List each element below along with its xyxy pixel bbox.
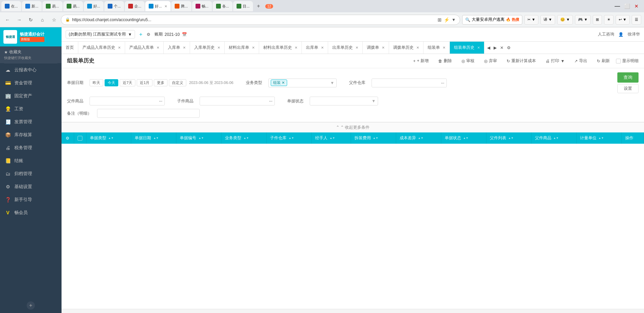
close-tab-fgi-history[interactable]: ✕ bbox=[118, 46, 121, 49]
emoji-btn[interactable]: 😊 ▼ bbox=[557, 15, 573, 25]
user-avatar[interactable]: 👤 bbox=[618, 32, 623, 37]
address-bar-dropdown-icon[interactable]: ▼ bbox=[452, 17, 456, 22]
column-header-checkbox[interactable] bbox=[74, 132, 86, 144]
last7days-btn[interactable]: 近7天 bbox=[120, 79, 135, 86]
company-settings-icon[interactable]: ⚙ bbox=[147, 32, 150, 37]
browser-tab-11[interactable]: 各... bbox=[213, 1, 232, 11]
sort-bill-status[interactable]: ▲▼ bbox=[463, 137, 469, 140]
browser-tab-7[interactable]: 企... bbox=[125, 1, 145, 11]
tab-stock-in[interactable]: 入库单 ✕ bbox=[164, 42, 190, 54]
sort-bill-type[interactable]: ▲▼ bbox=[108, 137, 114, 140]
translate-btn[interactable]: 译 ▼ bbox=[540, 15, 555, 25]
parent-goods-dots[interactable]: ··· bbox=[159, 99, 162, 103]
close-tab-fgi[interactable]: ✕ bbox=[157, 46, 159, 49]
column-header-settings[interactable]: ⚙ bbox=[62, 132, 74, 144]
parent-goods-input[interactable]: ··· bbox=[90, 97, 165, 105]
parent-warehouse-dots[interactable]: ··· bbox=[441, 81, 444, 85]
child-goods-input[interactable]: ··· bbox=[200, 97, 275, 105]
table-settings-icon[interactable]: ⚙ bbox=[65, 136, 70, 141]
last1month-btn[interactable]: 近1月 bbox=[137, 79, 152, 86]
cut-tool-btn[interactable]: ✂ ▼ bbox=[524, 15, 538, 25]
close-tab-transfer-history[interactable]: ✕ bbox=[416, 46, 419, 49]
close-tab-assemble-history[interactable]: ✕ bbox=[477, 46, 480, 49]
remark-input[interactable] bbox=[97, 109, 200, 118]
audit-button[interactable]: ◎ 审核 bbox=[458, 57, 478, 65]
close-tab-material-out-history[interactable]: ✕ bbox=[295, 46, 297, 49]
tab-scroll-left[interactable]: ◀ bbox=[486, 45, 492, 51]
forward-button[interactable]: → bbox=[14, 15, 24, 25]
new-tab-button[interactable]: + bbox=[254, 1, 263, 11]
tab-assemble[interactable]: 组装单 ✕ bbox=[424, 42, 450, 54]
close-tab-transfer[interactable]: ✕ bbox=[382, 46, 385, 49]
add-company-btn[interactable]: + bbox=[139, 31, 142, 38]
sidebar-item-fixed-assets[interactable]: 🏢 固定资产 bbox=[0, 89, 62, 102]
sidebar-item-tax[interactable]: 🖨 税务管理 bbox=[0, 141, 62, 154]
reload-button[interactable]: ↻ bbox=[26, 15, 36, 25]
sidebar-item-vip[interactable]: V 畅会员 bbox=[0, 206, 62, 219]
sidebar-brand[interactable]: 畅捷通 畅捷通好会计 旗舰版 bbox=[0, 27, 62, 46]
sort-bill-date[interactable]: ▲▼ bbox=[153, 137, 159, 140]
sidebar-item-funds[interactable]: 💳 资金管理 bbox=[0, 76, 62, 89]
display-detail-checkbox[interactable] bbox=[616, 59, 621, 63]
browser-tab-4[interactable]: 易... bbox=[63, 1, 83, 11]
tab-close-8[interactable]: ✕ bbox=[164, 4, 167, 8]
tab-assemble-history[interactable]: 组装单历史 ✕ bbox=[450, 42, 484, 54]
refresh-button[interactable]: ↻ 刷新 bbox=[593, 57, 613, 65]
export-button[interactable]: ↗ 导出 bbox=[571, 57, 591, 65]
minimize-button[interactable]: — bbox=[614, 3, 621, 10]
close-tab-assemble[interactable]: ✕ bbox=[443, 46, 445, 49]
business-type-input[interactable]: 组装 ✕ ▼ bbox=[268, 79, 337, 87]
sidebar-item-cloud-reports[interactable]: ☁ 云报表中心 bbox=[0, 63, 62, 76]
back-button[interactable]: ← bbox=[3, 15, 12, 25]
tab-settings-icon[interactable]: ⚙ bbox=[506, 45, 512, 51]
tab-finished-goods-in-history[interactable]: 产成品入库单历史 ✕ bbox=[78, 42, 125, 54]
address-bar-flash-icon[interactable]: ⚡ bbox=[444, 17, 450, 23]
add-icon[interactable]: + bbox=[27, 301, 35, 310]
close-tab-stock-out-history[interactable]: ✕ bbox=[355, 46, 358, 49]
sidebar-item-guide[interactable]: ❓ 新手引导 bbox=[0, 193, 62, 206]
sun-btn[interactable]: ☀ bbox=[604, 15, 614, 25]
tab-home[interactable]: 首页 bbox=[62, 42, 78, 54]
abandon-audit-button[interactable]: ◎ 弃审 bbox=[481, 57, 500, 65]
display-detail-toggle[interactable]: 显示明细 bbox=[616, 58, 639, 64]
print-button[interactable]: 🖨 打印 ▼ bbox=[542, 57, 568, 65]
query-button[interactable]: 查询 bbox=[617, 72, 639, 83]
parent-warehouse-input[interactable]: ··· bbox=[372, 79, 447, 87]
table-select-all-checkbox[interactable] bbox=[78, 136, 82, 141]
sort-bill-no[interactable]: ▲▼ bbox=[198, 137, 204, 140]
help-link[interactable]: 人工咨询 bbox=[598, 31, 614, 37]
tab-material-out[interactable]: 材料出库单 ✕ bbox=[225, 42, 259, 54]
home-button[interactable]: ⌂ bbox=[38, 15, 47, 25]
recalculate-button[interactable]: ↻ 重新计算成本 bbox=[503, 57, 539, 65]
sort-handler[interactable]: ▲▼ bbox=[330, 137, 335, 140]
tab-stock-out[interactable]: 出库单 ✕ bbox=[302, 42, 328, 54]
sidebar-item-archive[interactable]: 🗂 归档管理 bbox=[0, 167, 62, 180]
address-bar-apps-icon[interactable]: ⊞ bbox=[438, 17, 442, 23]
close-tab-stock-in-history[interactable]: ✕ bbox=[217, 46, 220, 49]
game-btn[interactable]: 🎮 ▼ bbox=[575, 15, 591, 25]
tab-transfer[interactable]: 调拨单 ✕ bbox=[363, 42, 389, 54]
undo-btn[interactable]: ↩ ▼ bbox=[616, 15, 630, 25]
close-tab-material-out[interactable]: ✕ bbox=[252, 46, 255, 49]
address-bar[interactable]: 🔒 https://cloud.chanjet.com/accounting/u… bbox=[61, 15, 460, 25]
delete-button[interactable]: 🗑 删除 bbox=[435, 57, 455, 65]
sidebar-item-settings[interactable]: ⚙ 基础设置 bbox=[0, 180, 62, 193]
bottom-scrollbar-area[interactable] bbox=[62, 309, 644, 313]
browser-tab-6[interactable]: 个... bbox=[104, 1, 124, 11]
tab-stock-in-history[interactable]: 入库单历史 ✕ bbox=[190, 42, 225, 54]
sidebar-item-invoices[interactable]: 🧾 发票管理 bbox=[0, 115, 62, 128]
browser-search-bar[interactable]: 🔍 大量安卓用户逃离 🔥 热搜 bbox=[462, 15, 522, 25]
collapse-bar[interactable]: ⌃ ⌃ 收起更多条件 bbox=[62, 122, 644, 132]
browser-tab-3[interactable]: 易... bbox=[42, 1, 62, 11]
more-date-btn[interactable]: 更多 bbox=[154, 79, 167, 86]
sort-business-type[interactable]: ▲▼ bbox=[243, 137, 249, 140]
bill-status-select[interactable]: ▼ bbox=[310, 97, 378, 105]
today-btn[interactable]: 今天 bbox=[105, 79, 118, 86]
company-selector[interactable]: (勿删勿禁用) 江西服宝测试专用 ▼ bbox=[66, 30, 135, 39]
browser-tab-10[interactable]: 畅... bbox=[192, 1, 212, 11]
close-tab-stock-in[interactable]: ✕ bbox=[183, 46, 186, 49]
sidebar-item-inventory[interactable]: 📦 库存核算 bbox=[0, 128, 62, 141]
sidebar-favorites[interactable]: ★ 收藏夹 快捷键打开收藏夹 bbox=[0, 46, 62, 63]
add-button[interactable]: + + 新增 bbox=[410, 57, 432, 65]
tab-stock-out-history[interactable]: 出库单历史 ✕ bbox=[328, 42, 363, 54]
